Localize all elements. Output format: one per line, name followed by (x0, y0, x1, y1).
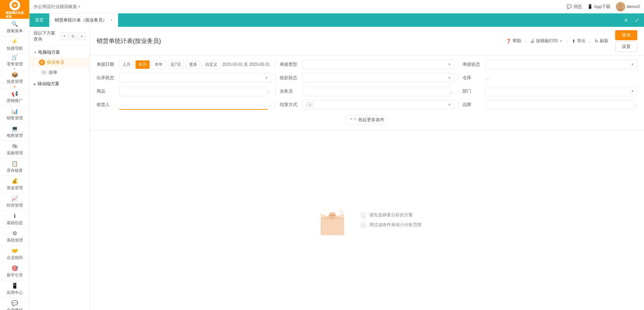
sidebar-item-sales-label: 销售管理 (7, 115, 23, 121)
sidebar-item-search[interactable]: 🔍 搜索菜单 (0, 19, 29, 36)
refresh-button[interactable]: ↻ 刷新 (595, 38, 608, 44)
salesperson-more-btn[interactable]: ... (451, 89, 454, 94)
date-filter: 上月 本月 本年 近7天 更多 自定义 2023-03-01 至 2023-03… (119, 60, 271, 69)
sidebar-item-wholesale[interactable]: 📦 批发管理 ▲ (0, 71, 29, 89)
print-label: 按模板打印 (536, 38, 558, 44)
department-select[interactable]: ▼ (485, 86, 637, 96)
sidebar-item-appstore[interactable]: 📱 应用中心 (0, 280, 29, 298)
svg-text:好: 好 (13, 4, 16, 7)
add-scheme-button[interactable]: + (61, 33, 68, 40)
sidebar-item-retail[interactable]: 🛒 零售管理 ▼ (0, 54, 29, 71)
doctype-control: ▼ (303, 59, 454, 69)
hint-text-1: 请先选择要分析的方案 (369, 212, 413, 218)
recipient-input[interactable] (119, 100, 268, 110)
brand-input[interactable] (485, 100, 634, 110)
print-button[interactable]: 🖨 按模板打印 ▼ (530, 38, 562, 44)
paymentstatus-arrow: ▼ (447, 76, 451, 80)
product-more-btn[interactable]: ... (268, 89, 271, 94)
product-input[interactable] (119, 86, 268, 96)
left-panel: 按以下方案查询 + ⊙ « ▼ 电脑端方案 按 按业务员 按| (30, 27, 90, 310)
export-button[interactable]: ⬆ 导出 (572, 38, 586, 44)
sidebar-item-marketing[interactable]: 📢 营销推广 (0, 89, 29, 106)
sidebar-item-quicknav[interactable]: ⚡ 快捷导航 (0, 36, 29, 54)
sidebar-item-wecom[interactable]: 💬 企业微信 (0, 298, 29, 310)
tab-maximize-button[interactable]: ⤢ (632, 15, 641, 25)
salesperson-input[interactable] (303, 86, 451, 96)
date-custom-btn[interactable]: 自定义 (202, 60, 220, 69)
brand-more-btn[interactable]: ... (634, 102, 637, 107)
sidebar-item-basic[interactable]: ℹ 基础信息 (0, 211, 29, 228)
date-this-month-btn[interactable]: 本月 (136, 60, 150, 69)
hint-text-2: 用过滤条件来缩小分析范围 (369, 222, 422, 228)
sidebar-item-ecommerce[interactable]: 💻 电商管理 (0, 123, 29, 141)
svg-marker-9 (336, 213, 344, 218)
settings-button[interactable]: 设置 (615, 42, 637, 52)
doctype-label: 单据类型 (280, 61, 300, 67)
sidebar-item-purchase[interactable]: 🛍 采购管理 (0, 141, 29, 158)
date-prev-month-btn[interactable]: 上月 (119, 60, 133, 69)
stockstatus-select[interactable]: ▼ (119, 73, 271, 83)
tree-arrow-mobile: ▶ (34, 82, 36, 86)
help-button[interactable]: ❓ 帮助 (506, 38, 521, 44)
stockstatus-label: 出库状态 (97, 75, 117, 81)
date-more-btn[interactable]: 更多 (186, 60, 200, 69)
sidebar-item-system[interactable]: ⚙ 系统管理 (0, 228, 29, 246)
page-actions: ❓ 帮助 | 🖨 按模板打印 ▼ | ⬆ 导出 | (506, 30, 637, 52)
paymentmethod-control: × ▼ (303, 100, 454, 110)
warehouse-more-btn[interactable]: ... (485, 75, 489, 81)
sidebar-item-finance[interactable]: 💰 资金管理 (0, 176, 29, 193)
paymentmethod-select[interactable]: × ▼ (303, 100, 454, 110)
tab-active[interactable]: 销货单统计表（按业务员） × (49, 13, 118, 27)
message-button[interactable]: 💬 消息 (567, 4, 582, 10)
empty-illustration (312, 200, 353, 240)
filter-area: 单据日期 上月 本月 本年 近7天 更多 自定义 2023-03-01 至 20… (90, 55, 644, 130)
date-this-year-btn[interactable]: 本年 (152, 60, 166, 69)
sidebar-item-collab[interactable]: 🤝 企业协同 (0, 246, 29, 263)
tree-group-mobile-label: 移动端方案 (38, 81, 59, 87)
separator-6 (458, 87, 459, 95)
copy-scheme-button[interactable]: ⊙ (69, 33, 77, 40)
tree-item-by-order[interactable]: 按| 按单 (30, 67, 90, 78)
export-label: 导出 (577, 38, 586, 44)
tab-home[interactable]: 首页 (30, 13, 49, 27)
sidebar-item-inventory[interactable]: 📋 库存核算 (0, 158, 29, 176)
empty-state: 1 请先选择要分析的方案 2 用过滤条件来缩小分析范围 (90, 130, 644, 310)
sidebar-item-sales[interactable]: 📊 销售管理 (0, 106, 29, 123)
tab-close-button[interactable]: × (110, 18, 112, 22)
tree-group-desktop-header[interactable]: ▼ 电脑端方案 (30, 47, 90, 57)
collapse-panel-button[interactable]: « (78, 33, 86, 40)
tree-group-mobile-header[interactable]: ▶ 移动端方案 (30, 79, 90, 89)
app-download-button[interactable]: 📱 App下载 (587, 4, 610, 10)
doctype-select[interactable]: ▼ (303, 59, 454, 69)
sidebar-item-operation-label: 经营管理 (7, 203, 23, 208)
separator-1 (275, 60, 276, 68)
stockstatus-control: ▼ (119, 73, 271, 83)
retail-icon: 🛒 (11, 54, 18, 60)
docstatus-label: 单据状态 (463, 61, 483, 67)
sidebar-item-guide[interactable]: 🎯 新手引导 (0, 263, 29, 280)
docstatus-select[interactable]: ▼ (485, 59, 637, 69)
breadcrumb: 办公用品行业模拟账套 ▾ (34, 4, 564, 10)
wecom-icon: 💬 (11, 300, 18, 306)
operation-icon: 📈 (11, 195, 18, 202)
refresh-icon: ↻ (595, 39, 598, 44)
date-last7-btn[interactable]: 近7天 (168, 60, 184, 69)
filter-row-4: 收货人 ... 结算方式 × (97, 100, 637, 110)
query-button[interactable]: 查询 (615, 30, 637, 40)
separator-5 (275, 87, 276, 95)
separator-4 (458, 74, 459, 82)
user-menu[interactable]: demo2 (616, 2, 640, 11)
guide-icon: 🎯 (11, 265, 18, 271)
tab-close-all-button[interactable]: ✕ (621, 15, 631, 25)
sidebar-item-operation[interactable]: 📈 经营管理 (0, 193, 29, 211)
svg-marker-8 (321, 213, 329, 218)
appstore-icon: 📱 (11, 282, 18, 289)
basic-icon: ℹ (14, 213, 16, 219)
breadcrumb-chevron: ▾ (78, 4, 80, 9)
payment-tag-clear[interactable]: × (309, 103, 311, 107)
paymentstatus-select[interactable]: ▼ (303, 73, 454, 83)
collapse-filters-button[interactable]: ⌃⌃ 收起更多条件 (345, 115, 389, 124)
recipient-more-btn[interactable]: ... (268, 102, 271, 107)
paymentstatus-control: ▼ (303, 73, 454, 83)
tree-item-by-salesperson[interactable]: 按 按业务员 (30, 57, 90, 67)
